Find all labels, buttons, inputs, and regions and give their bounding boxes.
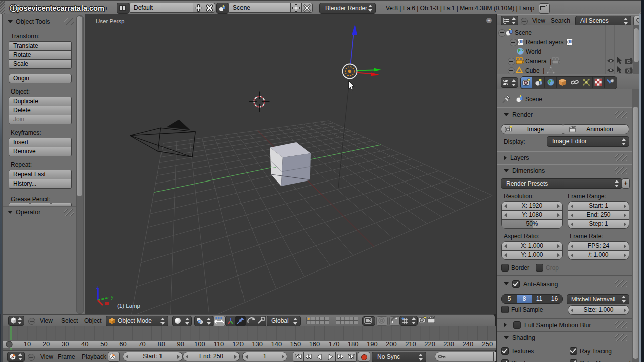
svg-text:140: 140 — [271, 340, 282, 348]
svg-text:250: 250 — [482, 340, 493, 348]
svg-text:z: z — [96, 284, 99, 290]
svg-text:80: 80 — [157, 340, 165, 348]
svg-text:100: 100 — [194, 340, 205, 348]
svg-text:10: 10 — [24, 340, 31, 348]
svg-text:130: 130 — [252, 340, 263, 348]
svg-text:210: 210 — [405, 340, 416, 348]
svg-text:220: 220 — [424, 340, 435, 348]
svg-text:90: 90 — [177, 340, 184, 348]
svg-text:160: 160 — [309, 340, 320, 348]
svg-text:200: 200 — [386, 340, 397, 348]
svg-text:150: 150 — [290, 340, 301, 348]
svg-text:230: 230 — [443, 340, 454, 348]
svg-text:180: 180 — [348, 340, 359, 348]
svg-text:50: 50 — [100, 340, 107, 348]
svg-text:120: 120 — [232, 340, 244, 348]
svg-text:240: 240 — [462, 340, 473, 348]
svg-text:y: y — [111, 294, 114, 300]
svg-text:170: 170 — [329, 340, 340, 348]
svg-text:20: 20 — [43, 340, 50, 348]
svg-text:70: 70 — [138, 340, 145, 348]
svg-text:60: 60 — [119, 340, 126, 348]
svg-text:40: 40 — [81, 340, 88, 348]
svg-text:190: 190 — [367, 340, 378, 348]
svg-text:30: 30 — [62, 340, 69, 348]
svg-text:110: 110 — [214, 340, 224, 348]
